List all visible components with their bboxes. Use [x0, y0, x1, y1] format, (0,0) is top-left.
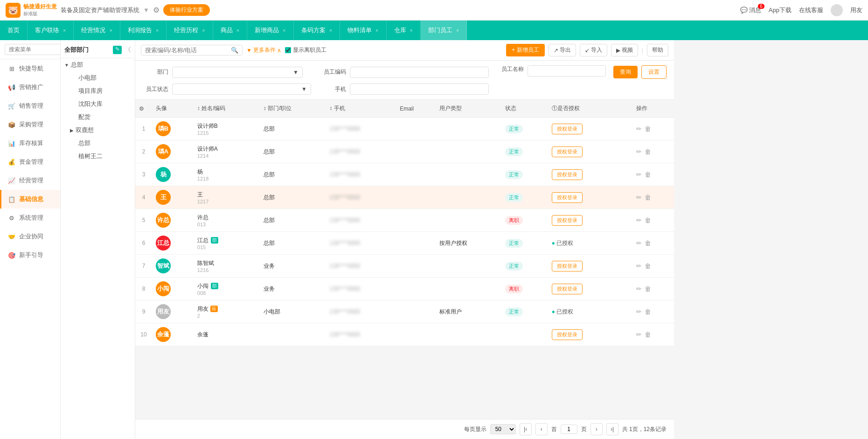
- close-tab-icon[interactable]: ×: [375, 28, 378, 33]
- view-button[interactable]: ▶ 视频: [611, 44, 638, 56]
- auth-login-btn[interactable]: 授权登录: [552, 146, 583, 157]
- page-input[interactable]: [561, 425, 577, 434]
- dept-edit-icon[interactable]: ✎: [113, 46, 122, 54]
- last-page-btn[interactable]: ›|: [606, 423, 618, 435]
- close-tab-icon[interactable]: ×: [63, 28, 66, 33]
- sidebar-item-marketing[interactable]: 📢营销推广: [0, 78, 60, 97]
- sidebar-item-basic-info[interactable]: 📋基础信息: [0, 190, 60, 209]
- nav-tab-经营历程[interactable]: 经营历程×: [167, 21, 213, 40]
- first-page-btn[interactable]: |‹: [520, 423, 532, 435]
- close-tab-icon[interactable]: ×: [283, 28, 285, 33]
- nav-tab-客户联络[interactable]: 客户联络×: [28, 21, 74, 40]
- auth-login-btn[interactable]: 授权登录: [552, 169, 583, 180]
- sidebar-item-sales[interactable]: 🛒销售管理: [0, 97, 60, 115]
- dept-collapse-icon[interactable]: 《: [125, 46, 131, 54]
- edit-icon[interactable]: ✏: [636, 285, 642, 293]
- export-button[interactable]: ↗ 导出: [549, 44, 576, 56]
- edit-icon[interactable]: ✏: [636, 216, 642, 224]
- sidebar-item-inventory[interactable]: 📊库存核算: [0, 134, 60, 153]
- auth-login-btn[interactable]: 授权登录: [552, 124, 583, 134]
- sidebar-item-enterprise[interactable]: 🤝企业协同: [0, 227, 60, 246]
- edit-icon[interactable]: ✏: [636, 125, 642, 132]
- show-resigned-checkbox[interactable]: [285, 47, 291, 53]
- delete-icon[interactable]: 🗑: [645, 216, 651, 224]
- close-tab-icon[interactable]: ×: [109, 28, 112, 33]
- delete-icon[interactable]: 🗑: [645, 285, 651, 293]
- search-input[interactable]: [145, 47, 229, 54]
- emp-status-select[interactable]: ▼: [172, 84, 311, 95]
- next-page-btn[interactable]: ›: [590, 423, 603, 435]
- delete-icon[interactable]: 🗑: [645, 308, 651, 315]
- prev-page-btn[interactable]: ‹: [535, 423, 548, 435]
- auth-login-btn[interactable]: 授权登录: [552, 261, 583, 272]
- delete-icon[interactable]: 🗑: [645, 194, 651, 201]
- settings-icon[interactable]: ⚙: [153, 6, 160, 14]
- online-service-link[interactable]: 在线客服: [799, 6, 823, 14]
- edit-icon[interactable]: ✏: [636, 308, 642, 315]
- close-tab-icon[interactable]: ×: [236, 28, 239, 33]
- app-download-link[interactable]: App下载: [769, 6, 792, 14]
- delete-icon[interactable]: 🗑: [645, 171, 651, 178]
- nav-tab-新增商品[interactable]: 新增商品×: [247, 21, 293, 40]
- close-tab-icon[interactable]: ×: [410, 28, 413, 33]
- dept-node-7[interactable]: 植树王二: [61, 150, 135, 163]
- delete-icon[interactable]: 🗑: [645, 331, 651, 338]
- dept-node-1[interactable]: 小电部: [61, 71, 135, 84]
- auth-login-btn[interactable]: 授权登录: [552, 284, 583, 294]
- sidebar-item-guide[interactable]: 🎯新手引导: [0, 246, 60, 265]
- sidebar-item-purchase[interactable]: 📦采购管理: [0, 115, 60, 134]
- sidebar-item-quick-nav[interactable]: ⊞快捷导航: [0, 59, 60, 78]
- emp-code-input[interactable]: [350, 67, 489, 78]
- dept-node-5[interactable]: ▶双鹿想: [61, 124, 135, 137]
- col-settings[interactable]: ⚙: [135, 100, 152, 118]
- avatar[interactable]: [831, 4, 843, 16]
- more-filter-btn[interactable]: ▼ 更多条件 ∧: [246, 46, 281, 54]
- help-button[interactable]: 帮助: [647, 44, 668, 56]
- close-tab-icon[interactable]: ×: [202, 28, 205, 33]
- col-dept[interactable]: ↕ 部门/职位: [260, 100, 326, 118]
- close-tab-icon[interactable]: ×: [329, 28, 332, 33]
- sidebar-item-finance[interactable]: 💰资金管理: [0, 153, 60, 171]
- page-size-select[interactable]: 50 100 200: [490, 424, 516, 434]
- edit-icon[interactable]: ✏: [636, 194, 642, 201]
- dept-node-6[interactable]: 总部: [61, 137, 135, 150]
- query-button[interactable]: 查询: [613, 66, 638, 78]
- nav-tab-首页[interactable]: 首页: [0, 21, 28, 40]
- system-title-dropdown-icon[interactable]: ▼: [143, 7, 149, 14]
- dept-filter-select[interactable]: ▼: [172, 67, 303, 78]
- phone-input[interactable]: [350, 84, 489, 95]
- nav-tab-条码方案[interactable]: 条码方案×: [294, 21, 340, 40]
- col-phone[interactable]: ↕ 手机: [326, 100, 396, 118]
- delete-icon[interactable]: 🗑: [645, 262, 651, 270]
- auth-login-btn[interactable]: 授权登录: [552, 192, 583, 203]
- search-menu-input[interactable]: [5, 44, 61, 55]
- nav-tab-部门员工[interactable]: 部门员工×: [421, 21, 467, 40]
- emp-name-input[interactable]: [528, 65, 606, 77]
- dept-node-3[interactable]: 沈阳大库: [61, 98, 135, 111]
- nav-tab-物料清单[interactable]: 物料清单×: [340, 21, 386, 40]
- nav-tab-商品[interactable]: 商品×: [213, 21, 247, 40]
- close-tab-icon[interactable]: ×: [156, 28, 159, 33]
- dept-node-2[interactable]: 项目库房: [61, 84, 135, 98]
- set-button[interactable]: 设置: [641, 65, 667, 79]
- close-tab-icon[interactable]: ×: [456, 28, 459, 33]
- edit-icon[interactable]: ✏: [636, 239, 642, 247]
- auth-login-btn[interactable]: 授权登录: [552, 329, 583, 340]
- auth-login-btn[interactable]: 授权登录: [552, 215, 583, 226]
- trial-button[interactable]: 体验行业方案: [163, 4, 210, 16]
- edit-icon[interactable]: ✏: [636, 262, 642, 270]
- edit-icon[interactable]: ✏: [636, 148, 642, 155]
- sidebar-item-operations[interactable]: 📈经营管理: [0, 171, 60, 190]
- dept-node-0[interactable]: ▼总部: [61, 58, 135, 71]
- nav-tab-仓库[interactable]: 仓库×: [387, 21, 421, 40]
- dept-node-4[interactable]: 配货: [61, 111, 135, 124]
- nav-tab-利润报告[interactable]: 利润报告×: [120, 21, 167, 40]
- import-button[interactable]: ↙ 导入: [580, 44, 607, 56]
- add-employee-button[interactable]: + 新增员工: [506, 44, 544, 56]
- edit-icon[interactable]: ✏: [636, 171, 642, 178]
- delete-icon[interactable]: 🗑: [645, 148, 651, 155]
- delete-icon[interactable]: 🗑: [645, 125, 651, 132]
- search-icon[interactable]: 🔍: [231, 47, 238, 54]
- col-name[interactable]: ↕ 姓名/编码: [194, 100, 260, 118]
- sidebar-item-system[interactable]: ⚙系统管理: [0, 209, 60, 227]
